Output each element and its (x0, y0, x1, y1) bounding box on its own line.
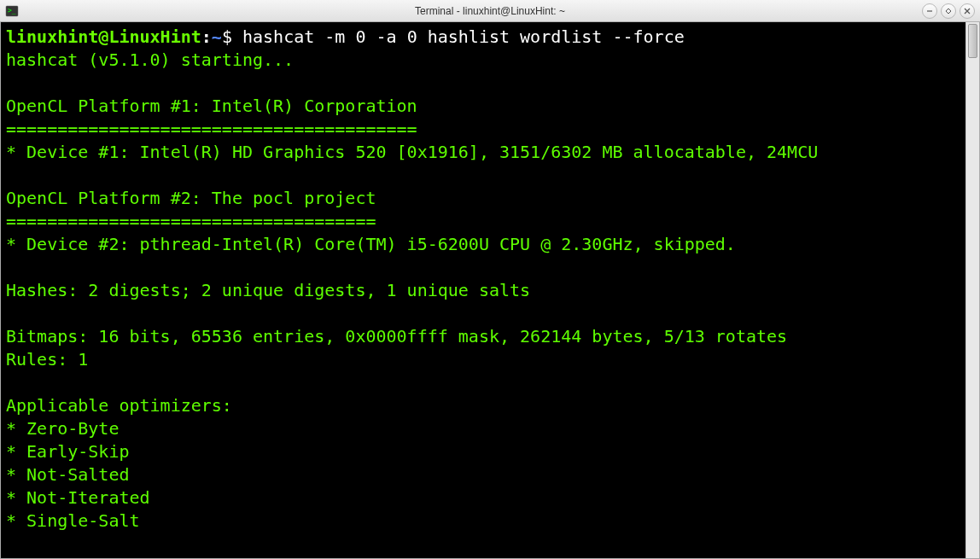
output-line: * Zero-Byte (6, 418, 119, 439)
output-line: Hashes: 2 digests; 2 unique digests, 1 u… (6, 280, 530, 300)
terminal-icon: >_ (5, 4, 19, 18)
output-line: * Not-Iterated (6, 487, 150, 508)
close-button[interactable] (960, 3, 975, 19)
output-line: Bitmaps: 16 bits, 65536 entries, 0x0000f… (6, 326, 787, 346)
output-line: * Early-Skip (6, 441, 130, 462)
prompt-symbol: $ (222, 26, 232, 47)
terminal-output[interactable]: linuxhint@LinuxHint:~$ hashcat -m 0 -a 0… (1, 22, 965, 558)
svg-text:>_: >_ (8, 7, 16, 15)
minimize-button[interactable] (922, 3, 937, 19)
prompt-separator: : (201, 26, 212, 47)
output-line: OpenCL Platform #2: The pocl project (6, 188, 376, 208)
maximize-button[interactable] (941, 3, 956, 19)
command-text: hashcat -m 0 -a 0 hashlist wordlist --fo… (242, 26, 685, 47)
vertical-scrollbar[interactable] (965, 22, 979, 558)
output-line: Applicable optimizers: (6, 395, 232, 416)
window-controls (922, 3, 975, 19)
output-line: OpenCL Platform #1: Intel(R) Corporation (6, 96, 417, 116)
window-title: Terminal - linuxhint@LinuxHint: ~ (415, 5, 565, 17)
terminal-container: linuxhint@LinuxHint:~$ hashcat -m 0 -a 0… (0, 22, 980, 559)
window-titlebar: >_ Terminal - linuxhint@LinuxHint: ~ (0, 0, 980, 22)
output-line: * Not-Salted (6, 464, 130, 485)
output-line: ==================================== (6, 211, 376, 231)
scrollbar-thumb[interactable] (968, 24, 977, 58)
output-line: Rules: 1 (6, 349, 88, 370)
output-line: hashcat (v5.1.0) starting... (6, 49, 294, 70)
output-line: * Device #1: Intel(R) HD Graphics 520 [0… (6, 142, 818, 162)
output-line: * Device #2: pthread-Intel(R) Core(TM) i… (6, 234, 736, 254)
output-line: ======================================== (6, 119, 417, 139)
output-line: * Single-Salt (6, 510, 140, 531)
prompt-user-host: linuxhint@LinuxHint (6, 26, 201, 47)
prompt-path: ~ (212, 26, 222, 47)
